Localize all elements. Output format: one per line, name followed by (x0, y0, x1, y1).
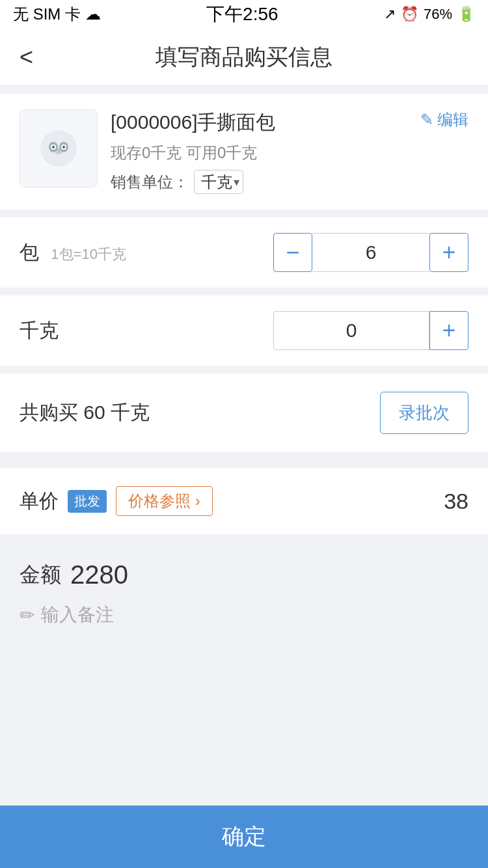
package-hint: 1包=10千克 (51, 246, 126, 262)
battery-level: 76% (424, 6, 452, 23)
status-right: ↗ ⏰ 76% 🔋 (384, 6, 475, 23)
battery-icon: 🔋 (457, 6, 475, 23)
kilogram-section: 千克 + (0, 295, 488, 366)
divider (0, 452, 488, 460)
kilogram-qty-input[interactable] (273, 311, 429, 350)
back-button[interactable]: < (20, 44, 33, 71)
product-logo (39, 129, 78, 168)
kilogram-row: 千克 + (20, 295, 468, 366)
back-icon: < (20, 44, 33, 70)
package-qty-control: − + (273, 233, 468, 272)
price-reference-button[interactable]: 价格参照 › (116, 486, 213, 516)
alarm-icon: ⏰ (401, 6, 418, 23)
confirm-label: 确定 (222, 822, 266, 852)
amount-section: 金额 2280 ✏ 输入备注 (0, 542, 488, 640)
package-row: 包 1包=10千克 − + (20, 217, 468, 288)
note-icon: ✏ (20, 604, 34, 626)
wholesale-tag: 批发 (68, 490, 107, 513)
page-title: 填写商品购买信息 (156, 42, 332, 72)
svg-point-6 (62, 146, 65, 148)
edit-label: 编辑 (437, 109, 468, 130)
confirm-bar[interactable]: 确定 (0, 806, 488, 868)
kilogram-label: 千克 (20, 318, 273, 344)
location-icon: ↗ (384, 6, 396, 23)
package-section: 包 1包=10千克 − + (0, 217, 488, 288)
price-row: 单价 批发 价格参照 › 38 (0, 468, 488, 534)
summary-text: 共购买 60 千克 (20, 400, 150, 426)
kilogram-qty-control: + (273, 311, 468, 350)
note-row[interactable]: ✏ 输入备注 (20, 596, 468, 640)
amount-value: 2280 (70, 560, 128, 590)
edit-icon: ✎ (420, 111, 433, 129)
svg-point-5 (52, 146, 55, 148)
status-bar: 无 SIM 卡 ☁ 下午2:56 ↗ ⏰ 76% 🔋 (0, 0, 488, 29)
divider2 (0, 534, 488, 542)
product-unit-row: 销售单位： 千克 (111, 170, 468, 194)
package-plus-button[interactable]: + (429, 233, 468, 272)
amount-row: 金额 2280 (20, 560, 468, 596)
price-value: 38 (444, 489, 468, 514)
sim-status: 无 SIM 卡 ☁ (13, 4, 101, 25)
product-info: [0000006]手撕面包 现存0千克 可用0千克 销售单位： 千克 (111, 109, 468, 194)
product-card: [0000006]手撕面包 现存0千克 可用0千克 销售单位： 千克 ✎ 编辑 (0, 94, 488, 210)
product-name: [0000006]手撕面包 (111, 109, 468, 136)
nav-bar: < 填写商品购买信息 (0, 29, 488, 86)
package-minus-button[interactable]: − (273, 233, 312, 272)
status-left: 无 SIM 卡 ☁ (13, 4, 101, 25)
batch-button[interactable]: 录批次 (380, 392, 468, 434)
price-label: 单价 (20, 488, 59, 515)
note-placeholder: 输入备注 (41, 603, 114, 627)
svg-point-7 (55, 150, 62, 154)
summary-row: 共购买 60 千克 录批次 (0, 373, 488, 452)
package-label: 包 1包=10千克 (20, 239, 273, 266)
bottom-spacer (0, 640, 488, 796)
amount-label: 金额 (20, 561, 61, 590)
unit-label: 销售单位： (111, 172, 189, 193)
package-qty-input[interactable] (312, 233, 429, 272)
unit-select-input[interactable]: 千克 (194, 170, 243, 194)
product-image (20, 109, 98, 187)
kilogram-plus-button[interactable]: + (429, 311, 468, 350)
status-time: 下午2:56 (206, 2, 278, 27)
unit-selector[interactable]: 千克 (194, 170, 243, 194)
edit-button[interactable]: ✎ 编辑 (420, 109, 468, 130)
product-stock: 现存0千克 可用0千克 (111, 142, 468, 163)
